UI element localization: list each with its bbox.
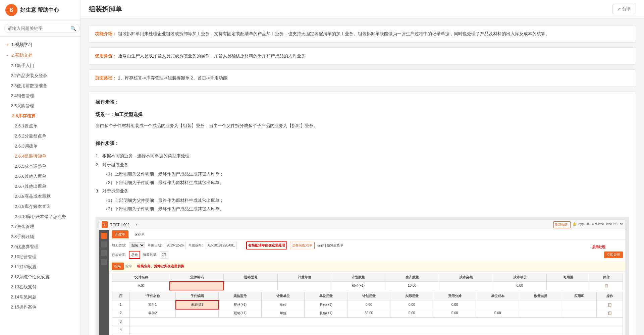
sidebar-item-cost-adjust[interactable]: 2.6.5成本调整单 xyxy=(0,161,80,171)
mock-type-select[interactable]: 组装 拆卸 xyxy=(129,242,145,248)
mock-disassembly-tab[interactable]: 拆卸 xyxy=(125,263,132,269)
col-header: 计划数量 xyxy=(331,273,385,282)
steps-title: 操作步骤： xyxy=(96,98,629,106)
mock-form-row2: 存放仓库: 总仓 拆装数量: 2/6 启用处理 立即处理 xyxy=(112,251,623,259)
sidebar-item-stocktake[interactable]: 2.6.1盘点单 xyxy=(0,121,80,131)
sidebar-item-other-in[interactable]: 2.6.6其他入库单 xyxy=(0,171,80,181)
mock-tab-new: 新建单 xyxy=(112,230,128,238)
cell: 米米 xyxy=(112,282,170,290)
sub-label: 2.3使用前数据准备 xyxy=(11,83,47,88)
cell xyxy=(476,300,519,309)
sidebar-item-install[interactable]: 2.2产品安装及登录 xyxy=(0,71,80,81)
mock-sb-icon2 xyxy=(101,241,107,247)
col-header: 规格型号 xyxy=(224,273,278,282)
cell xyxy=(547,282,590,290)
path-text: 1、库存核算->库存管理->组装拆卸单 2、首页->常用功能 xyxy=(118,75,228,80)
mock-field-type: 加工类型: xyxy=(112,242,126,248)
cell xyxy=(224,282,278,290)
search-button[interactable]: 🔍 xyxy=(70,26,76,31)
sidebar-item-other-out[interactable]: 2.6.7其他出库单 xyxy=(0,181,80,191)
cell: 机位(+1) xyxy=(331,282,385,290)
mock-icon4: 帮助中心 xyxy=(606,221,618,228)
mock-select-btn[interactable]: 选择装配清单 xyxy=(290,242,315,249)
mock-bottom-table: 序 *子件名称 子件编码 规格型号 计量单位 单位用量 计划用量 xyxy=(112,292,623,335)
cell: 📋 xyxy=(597,309,623,318)
sub-label: 2.7资金管理 xyxy=(11,224,34,229)
mock-dropdown: ▼ xyxy=(135,222,138,228)
sidebar-item-transfer[interactable]: 2.6.3调拨单 xyxy=(0,141,80,151)
cell: 0.00 xyxy=(493,282,547,290)
cell: 30.00 xyxy=(347,309,390,318)
cell xyxy=(562,300,597,309)
sidebar-item-print[interactable]: 2.11打印设置 xyxy=(0,262,80,272)
mock-assembly-tab[interactable]: 组装 xyxy=(112,263,124,270)
sidebar-item-data-prep[interactable]: 2.3使用前数据准备 xyxy=(0,81,80,91)
mock-icon5: cc xyxy=(620,221,623,228)
nav-tree: ＋ 1.视频学习 － 2.帮助文档 2.1新手入门 2.2产品安装及登录 2.3… xyxy=(0,37,80,335)
mock-warehouse-value: 总仓 xyxy=(129,251,140,259)
mock-field-date-label: 单据日期: xyxy=(148,242,162,248)
sidebar-item-coupon[interactable]: 2.9优惠券管理 xyxy=(0,242,80,252)
sidebar-item-docs[interactable]: － 2.帮助文档 xyxy=(0,50,80,61)
content-area: 功能介绍： 组装拆卸单用来处理企业组装或拆卸等加工业务，支持有固定装配清单的产品… xyxy=(80,18,644,335)
share-button[interactable]: ↗ 分享 xyxy=(612,4,636,14)
sidebar-item-partial-stocktake[interactable]: 2.6.2分量盘点单 xyxy=(0,131,80,141)
mock-icon3: 在线帮助 xyxy=(592,221,604,228)
sidebar-item-operations[interactable]: 2.10经营管理 xyxy=(0,252,80,262)
sidebar-item-capital[interactable]: 2.7资金管理 xyxy=(0,222,80,232)
sub-label: 2.12系统个性化设置 xyxy=(11,274,50,279)
logo-icon: 6 xyxy=(5,4,17,16)
sidebar-item-account-error[interactable]: 2.6.10库存账本错了怎么办 xyxy=(0,212,80,222)
sidebar-item-videos[interactable]: ＋ 1.视频学习 xyxy=(0,39,80,50)
mock-confirm-btn[interactable]: 立即处理 xyxy=(604,252,623,258)
col-header: 成本单价 xyxy=(493,273,547,282)
mock-logo: 6 xyxy=(102,221,108,228)
sub-label: 2.10经营管理 xyxy=(11,254,37,259)
mock-switch-bar: 组装 拆卸 组装业务、拆卸业务在这里切换 xyxy=(109,261,626,272)
minus-icon: － xyxy=(5,53,9,58)
cell: 0.00 xyxy=(476,309,519,318)
sidebar-item-inventory[interactable]: 2.6库存核算 xyxy=(0,111,80,121)
sidebar-item-cases[interactable]: 2.15操作案例 xyxy=(0,302,80,312)
annotation3-text: 启用处理 xyxy=(592,244,605,250)
sidebar-item-assembly[interactable]: 2.6.4组装拆卸单 xyxy=(0,151,80,161)
mock-sb-icon1 xyxy=(101,233,107,239)
sidebar-item-goods-cost[interactable]: 2.6.8商品成本重算 xyxy=(0,191,80,202)
screenshot-inner: 6 TEST-H002 ▼ 刷新数据↑ 🔔 App下载 在线帮助 帮助中心 cc xyxy=(96,217,629,335)
sub2-label: 2.6.10库存账本错了怎么办 xyxy=(15,214,66,219)
annotation1-text: 有装配清单的在这里处理 xyxy=(246,241,287,249)
cell: 0.00 xyxy=(347,300,390,309)
sidebar-item-faq[interactable]: 2.14常见问题 xyxy=(0,292,80,302)
sub-label: 2.5采购管理 xyxy=(11,103,34,108)
cell: 单位 xyxy=(262,309,305,318)
col-header: 父件编码 xyxy=(170,273,224,282)
cell xyxy=(519,309,562,318)
col-header: 规格型号 xyxy=(219,292,262,300)
sidebar-item-newbie[interactable]: 2.1新手入门 xyxy=(0,61,80,71)
sidebar-item-online-pay[interactable]: 2.13在线支付 xyxy=(0,282,80,292)
sidebar-item-stock-check[interactable]: 2.6.9库存账本查询 xyxy=(0,202,80,212)
search-input[interactable] xyxy=(4,24,80,33)
sub-label: 2.9优惠券管理 xyxy=(11,244,39,249)
sidebar-item-sales[interactable]: 2.4销售管理 xyxy=(0,91,80,101)
table-row: 米米 机位(+1) 10.00 0.00 xyxy=(112,282,623,290)
main-content: 组装拆卸单 ↗ 分享 功能介绍： 组装拆卸单用来处理企业组装或拆卸等加工业务，支… xyxy=(80,0,644,335)
sidebar-item-customize[interactable]: 2.12系统个性化设置 xyxy=(0,272,80,282)
sidebar-item-purchase[interactable]: 2.5采购管理 xyxy=(0,101,80,111)
share-label: 分享 xyxy=(622,6,631,12)
col-header: 实际用量 xyxy=(390,292,433,300)
sidebar-item-mobile[interactable]: 2.8手机旺铺 xyxy=(0,232,80,242)
cell xyxy=(277,282,331,290)
mock-action-btns: 保存 | 预览发货单 xyxy=(317,242,343,248)
sub2-label: 2.6.2分量盘点单 xyxy=(15,133,46,138)
col-header: 应用ID xyxy=(562,292,597,300)
cell xyxy=(439,282,493,290)
col-header: 计量单位 xyxy=(277,273,331,282)
cell: 配套员1 xyxy=(176,300,219,309)
path-label: 页面路径： xyxy=(95,75,117,80)
step3-sub2: （2）下部明细为子件明细，最终作为产成品生成其它入库单。 xyxy=(96,205,629,213)
table-row: 4 xyxy=(112,326,623,334)
table-row: 1 零件1 配套员1 规格(+1) 单位 机位(+1) 0.00 xyxy=(112,300,623,309)
cell: 10.00 xyxy=(385,282,439,290)
role-text: 通常由生产人员或库管人员完成拆装业务的操作，库管人员确认原材料的出库和产成品的入… xyxy=(118,53,306,58)
